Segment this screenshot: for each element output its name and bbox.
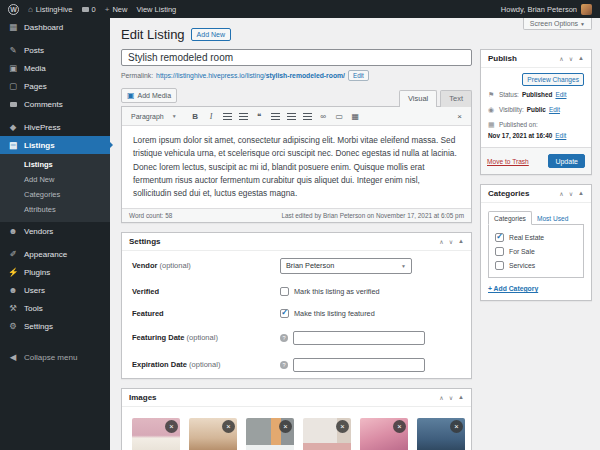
sidebar-item-pages[interactable]: ▢Pages [0,77,110,95]
thumbnail-bedroom-gray-wall-orange-curtain[interactable]: × [246,418,294,450]
preview-changes-button[interactable]: Preview Changes [522,73,584,86]
sidebar-item-plugins[interactable]: ⚡Plugins [0,263,110,281]
move-to-trash-link[interactable]: Move to Trash [487,158,529,165]
screen-options-tab[interactable]: Screen Options ▼ [523,18,592,30]
align-center-button[interactable] [285,110,298,122]
featuring-date-label-text: Featuring Date [132,333,185,342]
distraction-free-button[interactable]: × [453,110,466,122]
new-content-menu[interactable]: +New [105,5,128,14]
remove-image-icon[interactable]: × [450,420,463,433]
move-up-icon[interactable]: ∧ [559,55,563,62]
sidebar-item-appearance[interactable]: ✐Appearance [0,245,110,263]
featured-checkbox[interactable] [280,309,289,318]
remove-image-icon[interactable]: × [279,420,292,433]
align-center-icon [287,113,296,120]
metabox-actions: ∧∨▲ [559,190,584,197]
move-down-icon[interactable]: ∨ [449,394,453,401]
verified-checkbox[interactable] [280,287,289,296]
thumbnail-pink-terrace-patio[interactable]: × [360,418,408,450]
sidebar-item-listings[interactable]: ▤Listings [0,136,110,154]
submenu-item-attributes[interactable]: Attributes [0,202,110,217]
update-button[interactable]: Update [548,154,585,168]
remove-image-icon[interactable]: × [165,420,178,433]
sidebar-item-posts[interactable]: ✎Posts [0,41,110,59]
category-checkbox[interactable] [495,233,504,242]
categories-metabox-header[interactable]: Categories ∧∨▲ [481,185,591,203]
settings-metabox-header[interactable]: Settings ∧∨▲ [122,233,471,251]
category-checkbox[interactable] [495,247,504,256]
site-name-link[interactable]: ⌂ListingHive [28,5,73,14]
edit-permalink-button[interactable]: Edit [348,70,369,81]
sidebar-item-settings[interactable]: ⚙Settings [0,317,110,335]
tab-all-categories[interactable]: Categories [488,211,532,225]
vendor-select[interactable]: Brian Peterson▼ [280,258,412,274]
sidebar-item-vendors[interactable]: ☻Vendors [0,222,110,240]
toggle-panel-icon[interactable]: ▲ [458,238,464,245]
account-menu[interactable]: Howdy, Brian Peterson [501,4,592,15]
tab-most-used[interactable]: Most Used [532,212,574,224]
move-up-icon[interactable]: ∧ [439,394,443,401]
italic-button[interactable]: I [205,110,218,122]
toggle-panel-icon[interactable]: ▲ [578,55,584,62]
expiration-date-input[interactable] [293,358,425,372]
sidebar-item-dashboard[interactable]: ▦Dashboard [0,18,110,36]
move-up-icon[interactable]: ∧ [559,190,563,197]
sidebar-item-tools[interactable]: ⚒Tools [0,299,110,317]
insert-more-tag-button[interactable]: ▭ [333,110,346,122]
comments-adminbar-link[interactable]: 0 [82,5,96,14]
toggle-panel-icon[interactable]: ▲ [578,190,584,197]
move-down-icon[interactable]: ∨ [449,238,453,245]
collapse-menu-button[interactable]: ◀Collapse menu [0,348,110,366]
tab-text[interactable]: Text [440,90,472,107]
align-right-button[interactable] [301,110,314,122]
featuring-date-input[interactable] [293,331,425,345]
remove-image-icon[interactable]: × [336,420,349,433]
bulleted-list-button[interactable] [221,110,234,122]
add-new-button[interactable]: Add New [191,28,231,41]
wordpress-menu-button[interactable]: W [8,4,19,15]
insert-link-button[interactable]: ∞ [317,110,330,122]
toggle-panel-icon[interactable]: ▲ [458,394,464,401]
edit-published-link[interactable]: Edit [555,132,566,139]
bulleted-list-icon [223,113,232,120]
images-metabox: Images ∧∨▲ × × × × × × Select Images [121,388,472,450]
category-checkbox[interactable] [495,261,504,270]
paragraph-format-dropdown[interactable]: Paragraph▼ [127,112,181,121]
align-left-button[interactable] [269,110,282,122]
add-category-link[interactable]: + Add Category [488,285,538,292]
category-item-for-sale: For Sale [495,244,577,258]
last-edited-info: Last edited by Brian Peterson on Novembe… [281,212,464,219]
sidebar-item-media[interactable]: ▣Media [0,59,110,77]
add-media-button[interactable]: ▣Add Media [121,88,177,103]
images-metabox-header[interactable]: Images ∧∨▲ [122,389,471,407]
thumbnail-bedroom-white-bed-pink-wall[interactable]: × [132,418,180,450]
numbered-list-button[interactable] [237,110,250,122]
remove-image-icon[interactable]: × [222,420,235,433]
editor-content-area[interactable]: Lorem ipsum dolor sit amet, consectetur … [122,126,471,208]
submenu-item-listings[interactable]: Listings [0,157,110,172]
thumbnail-street-at-dusk-blue[interactable]: × [417,418,465,450]
tab-visual[interactable]: Visual [399,90,437,107]
remove-image-icon[interactable]: × [393,420,406,433]
sidebar-item-hivepress[interactable]: ◆HivePress [0,118,110,136]
permalink-link[interactable]: https://listinghive.hivepress.io/listing… [156,72,345,79]
move-down-icon[interactable]: ∨ [569,55,573,62]
submenu-item-add-new[interactable]: Add New [0,172,110,187]
sidebar-item-comments[interactable]: Comments [0,95,110,113]
publish-metabox-header[interactable]: Publish ∧∨▲ [481,50,591,68]
thumbnail-bedroom-pink-bedding-wardrobe[interactable]: × [303,418,351,450]
help-icon[interactable]: ? [280,334,288,342]
move-down-icon[interactable]: ∨ [569,190,573,197]
edit-status-link[interactable]: Edit [555,91,566,98]
move-up-icon[interactable]: ∧ [439,238,443,245]
help-icon[interactable]: ? [280,361,288,369]
toolbar-toggle-button[interactable]: ▦ [349,110,362,122]
thumbnail-dining-room-warm-wood[interactable]: × [189,418,237,450]
sidebar-item-users[interactable]: ☻Users [0,281,110,299]
edit-visibility-link[interactable]: Edit [549,106,560,113]
bold-button[interactable]: B [189,110,202,122]
view-listing-link[interactable]: View Listing [136,5,176,14]
listing-title-input[interactable] [121,49,472,66]
blockquote-button[interactable]: ❝ [253,110,266,122]
submenu-item-categories[interactable]: Categories [0,187,110,202]
